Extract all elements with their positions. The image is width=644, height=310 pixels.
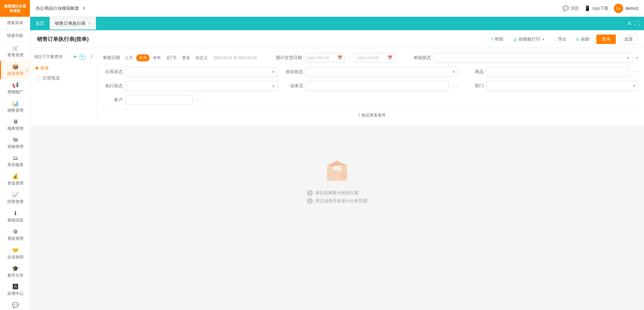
- sidebar-item-operation[interactable]: 📈 经营管理: [0, 189, 30, 207]
- svg-point-6: [327, 174, 330, 176]
- template-print-button[interactable]: 🖨 按模板打印 ▼: [510, 35, 548, 44]
- date-tab-custom[interactable]: 自定义: [194, 54, 210, 61]
- sidebar-item-appstore[interactable]: 🅰 应用中心: [0, 281, 30, 299]
- sidebar-item-sales[interactable]: 📊 销售管理: [0, 98, 30, 116]
- operation-icon: 📈: [12, 192, 19, 198]
- user-profile[interactable]: Ea demo2: [614, 4, 639, 13]
- goods-input[interactable]: [486, 67, 630, 77]
- wholesale-icon: 📦: [12, 63, 19, 70]
- expected-date-start-input[interactable]: yyyy-mm-dd 📅: [305, 53, 345, 62]
- sidebar-item-inventory[interactable]: 🗂 库存核算: [0, 152, 30, 170]
- sidebar-item-purchase[interactable]: 🛍 采购管理: [0, 134, 30, 152]
- sidebar-search-item[interactable]: 搜索菜单: [0, 17, 30, 30]
- expected-date-end-input[interactable]: yyyy-mm-dd 📅: [355, 53, 395, 62]
- sidebar-item-wechat[interactable]: 💬 企业微信: [0, 299, 30, 310]
- date-tab-this-month[interactable]: 本月: [136, 54, 150, 61]
- bill-status-field: 单据状态 ▼: [414, 53, 639, 63]
- settings-button-label: 设置: [624, 36, 633, 42]
- sidebar-item-inventory-label: 库存核算: [7, 162, 23, 168]
- filter-left-nav: 按以下方案查询 + ✎ 《 按单 ○ 欠货情况: [30, 48, 97, 125]
- filter-nav-debt[interactable]: ○ 欠货情况: [30, 73, 97, 83]
- sidebar-item-ecommerce[interactable]: 🖥 电商管理: [0, 116, 30, 134]
- basic-icon: ℹ: [14, 210, 16, 216]
- dropdown-arrow-icon[interactable]: ▼: [82, 6, 86, 11]
- bill-status-select[interactable]: [434, 53, 633, 63]
- sidebar-item-wholesale-label: 批发管理: [7, 71, 23, 76]
- exec-status-select[interactable]: [125, 81, 278, 91]
- tab-home[interactable]: 首页: [30, 17, 50, 30]
- sidebar-item-newbie-label: 新手引导: [7, 273, 23, 278]
- svg-rect-3: [333, 166, 341, 171]
- customer-input[interactable]: [125, 95, 193, 105]
- tab-minimize-icon[interactable]: ✕: [627, 20, 632, 27]
- tab-sales-order[interactable]: 销售订单执行表 ×: [50, 17, 96, 30]
- collapse-more-button[interactable]: 《 收起更多条件: [103, 109, 639, 121]
- date-tab-last-month[interactable]: 上月: [123, 54, 135, 61]
- sidebar-item-system[interactable]: ⚙ 系统管理: [0, 226, 30, 244]
- salesperson-label: 业务员: [283, 83, 303, 89]
- filter-panel-body: 按以下方案查询 + ✎ 《 按单 ○ 欠货情况: [30, 48, 644, 125]
- sidebar-item-finance[interactable]: 💰 资金管理: [0, 170, 30, 189]
- filter-nav-debt-label: 欠货情况: [42, 75, 60, 81]
- date-tab-last7[interactable]: 近7天: [164, 54, 179, 61]
- settings-button[interactable]: 设置: [620, 34, 637, 44]
- sidebar-logo: 畅捷通好生意 标准版: [0, 0, 30, 17]
- template-print-arrow: ▼: [542, 38, 545, 41]
- payment-status-field: 收款状态: [283, 67, 458, 77]
- template-print-label: 按模板打印: [519, 36, 540, 42]
- filter-left-icons: + ✎ 《: [73, 53, 93, 60]
- goods-more-icon[interactable]: ···: [632, 69, 639, 75]
- sidebar-item-basic[interactable]: ℹ 基础信息: [0, 207, 30, 226]
- refresh-button[interactable]: ↻ 刷新: [573, 35, 592, 44]
- top-header-right: 💬 消息 📱 App下载 Ea demo2: [562, 4, 639, 13]
- empty-tip-1-label: 请先选择要分析的方案: [315, 190, 359, 196]
- sidebar-item-operation-label: 经营管理: [7, 199, 23, 205]
- filter-edit-button[interactable]: ✎: [79, 54, 86, 60]
- tip-num-2: 2: [307, 198, 313, 204]
- payment-status-label: 收款状态: [283, 69, 303, 75]
- ship-status-select[interactable]: [125, 67, 278, 77]
- dept-select[interactable]: [486, 81, 639, 91]
- date-tab-this-year[interactable]: 本年: [151, 54, 163, 61]
- inventory-icon: 🗂: [13, 155, 18, 161]
- filter-collapse-button[interactable]: 《: [88, 54, 93, 60]
- app-download-icon: 📱: [584, 5, 591, 11]
- customer-more-icon[interactable]: ···: [195, 97, 202, 103]
- sidebar-item-newbie[interactable]: 🎓 新手引导: [0, 263, 30, 281]
- message-button[interactable]: 💬 消息: [562, 5, 579, 11]
- salesperson-input[interactable]: [306, 81, 449, 91]
- sidebar-item-retail[interactable]: 🛒 零售管理: [0, 42, 30, 61]
- tab-bar-actions: ✕ ⛶: [627, 20, 644, 27]
- sidebar-item-marketing[interactable]: 📢 营销推广: [0, 79, 30, 98]
- search-button[interactable]: 查询: [596, 35, 616, 44]
- page-title: 销售订单执行表(按单): [37, 36, 89, 43]
- calendar-end-icon: 📅: [387, 55, 392, 60]
- filter-section-title: 按以下方案查询: [34, 54, 62, 60]
- filter-left-header: 按以下方案查询 + ✎ 《: [30, 52, 97, 63]
- template-print-icon: 🖨: [513, 37, 517, 42]
- tab-close-icon[interactable]: ×: [88, 21, 91, 26]
- filter-row-1: 单据日期 上月 本月 本年 近7天 更多 自定义 2023-03-01 至 20…: [103, 53, 639, 63]
- refresh-label: 刷新: [581, 36, 590, 42]
- app-download-button[interactable]: 📱 App下载: [584, 5, 608, 11]
- tab-maximize-icon[interactable]: ⛶: [635, 20, 640, 27]
- dept-label: 部门: [464, 83, 484, 89]
- help-button[interactable]: ? 帮助: [488, 35, 506, 44]
- filter-add-button[interactable]: +: [73, 53, 77, 60]
- marketing-icon: 📢: [12, 82, 19, 88]
- goods-label: 商品: [464, 69, 484, 75]
- ship-status-select-wrapper: [125, 67, 278, 77]
- sidebar-item-wholesale[interactable]: 📦 批发管理: [0, 61, 30, 79]
- filter-nav-by-order[interactable]: 按单: [30, 63, 97, 73]
- export-button[interactable]: ↓ 导出: [552, 35, 570, 44]
- sidebar-item-cooperation[interactable]: 🤝 企业协同: [0, 244, 30, 263]
- date-tab-more[interactable]: 更多: [180, 54, 192, 61]
- tab-home-label: 首页: [36, 20, 44, 27]
- top-header: 办公用品行业模拟账套 ▼ 💬 消息 📱 App下载 Ea demo2: [30, 0, 644, 17]
- help-icon: ?: [491, 37, 493, 42]
- dept-select-wrapper: [486, 81, 639, 91]
- salesperson-more-icon[interactable]: ···: [452, 83, 458, 89]
- payment-status-select[interactable]: [306, 67, 458, 77]
- nav-circle-icon: ○: [36, 76, 40, 81]
- sidebar-quick-nav[interactable]: 快捷导航: [0, 30, 30, 42]
